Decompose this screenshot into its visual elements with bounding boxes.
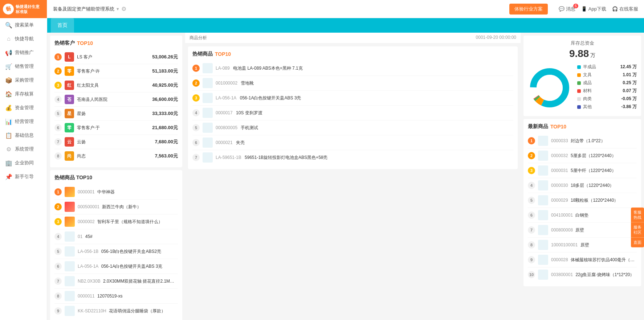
center-prod-6[interactable]: 6 0000021 夹壳 [192, 135, 513, 150]
new-prod-2[interactable]: 2 0000032 5厘多层（1220*2440） [528, 148, 637, 163]
tab-bar: 首页 [47, 18, 644, 33]
left-section: 热销客户 TOP10 1 L LS 客户 53,006.26元 2 零 零售客户… [47, 33, 185, 320]
customer-item-6[interactable]: 6 零 零售客户·于 21,680.00元 [54, 121, 178, 135]
customer-amount-2: 51,183.00元 [152, 68, 178, 74]
sidebar-item-cooperation[interactable]: 🏢 企业协同 [0, 156, 47, 170]
hot-prod-b-6[interactable]: 6 LA-056-1A 056-1A白色按键开关盖ABS 3克 [54, 259, 178, 274]
rank-7-badge: 7 [54, 138, 62, 145]
sidebar-item-guide[interactable]: 📌 新手引导 [0, 170, 47, 184]
customer-item-8[interactable]: 8 尚 尚态 7,563.00元 [54, 149, 178, 163]
product-thumb-3 [65, 217, 75, 227]
new-prod-5[interactable]: 5 0000029 18颗粒板（1220*2440） [528, 193, 637, 208]
donut-svg [528, 66, 571, 110]
hot-prod-b-1[interactable]: 1 0000001 中华神器 [54, 185, 178, 200]
customer-item-2[interactable]: 2 零 零售客户·许 51,183.00元 [54, 64, 178, 78]
center-prod-2[interactable]: 2 001000002 雪地靴 [192, 76, 513, 91]
customer-item-5[interactable]: 5 星 星扬 33,333.00元 [54, 107, 178, 121]
new-prod-6[interactable]: 6 004100001 白钢垫 [528, 208, 637, 223]
new-prod-3[interactable]: 3 0000031 5厘中纤（1220*2440） [528, 163, 637, 178]
new-product-thumb-5 [538, 195, 548, 205]
inventory-icon: 🏠 [5, 91, 12, 97]
legend-dot-6 [577, 105, 581, 109]
float-buttons: 客服热线 服务社区 直面 [631, 208, 644, 247]
legend-list: 半成品 12.45 万 文具 1.01 万 成品 0.25 万 [577, 64, 637, 112]
center-prod-4[interactable]: 4 0000017 10S 变刹罗渡 [192, 106, 513, 120]
sidebar-item-inventory[interactable]: 🏠 库存核算 [0, 87, 47, 101]
hot-prod-b-8[interactable]: 8 0000011 12070519-xs [54, 289, 178, 304]
new-prod-1[interactable]: 1 0000033 封边带（1.0*22） [528, 134, 637, 148]
legend-dot-1 [577, 65, 581, 69]
customer-item-3[interactable]: 3 红 红太阳文具 40,925.00元 [54, 78, 178, 93]
sidebar-item-purchase[interactable]: 📦 采购管理 [0, 73, 47, 87]
sidebar-item-quick-nav[interactable]: ⌂ 快捷导航 [0, 32, 47, 46]
guide-icon: 📌 [5, 173, 12, 180]
product-thumb-9 [65, 306, 75, 316]
donut-wrapper: 库存资金占比 [528, 66, 571, 110]
gear-icon[interactable]: ⚙ [121, 5, 126, 12]
customer-item-7[interactable]: 7 云 云扬 7,680.00元 [54, 135, 178, 149]
rank-2-badge: 2 [54, 67, 62, 75]
new-product-thumb-7 [538, 225, 548, 235]
headset-icon: 🎧 [612, 6, 618, 12]
sidebar-logo: 畅 畅捷通好生意 标准版 [0, 0, 47, 18]
marketing-icon: 📢 [5, 49, 12, 56]
float-direct-btn[interactable]: 直面 [631, 238, 644, 247]
new-prod-8[interactable]: 8 10000100001 原壁 [528, 238, 637, 253]
donut-container: 库存资金占比 半成品 12.45 万 文具 1.01 万 [528, 64, 637, 112]
customer-service-item[interactable]: 🎧 在线客服 [612, 6, 638, 12]
customer-amount-7: 7,680.00元 [155, 139, 178, 145]
new-prod-4[interactable]: 4 0000030 18多层（1220*2440） [528, 178, 637, 193]
new-product-thumb-10 [538, 270, 548, 280]
hot-prod-b-9[interactable]: 9 KK-SD22110H 花语萌俏温分腿睡袋（厚款） [54, 304, 178, 318]
sidebar-item-sales[interactable]: 🛒 销售管理 [0, 60, 47, 73]
trial-button[interactable]: 体验行业方案 [509, 4, 548, 15]
new-prod-10[interactable]: 10 003800001 22g鱼豆腐·烧烤味（1*12*20） [528, 267, 637, 282]
new-product-thumb-3 [538, 165, 548, 176]
purchase-icon: 📦 [5, 77, 12, 83]
tab-home[interactable]: 首页 [51, 18, 74, 33]
sidebar-item-operations[interactable]: 📊 经营管理 [0, 115, 47, 128]
sidebar-item-finance-label: 资金管理 [15, 104, 34, 111]
cooperation-icon: 🏢 [5, 160, 12, 166]
center-prod-3[interactable]: 3 LA-056-1A 056-1A白色按键开关盖ABS 3壳 [192, 91, 513, 106]
legend-item-3: 成品 0.25 万 [577, 80, 637, 86]
message-count-badge: 6 [573, 4, 578, 8]
inventory-card: 库存总资金 9.88 万 [523, 36, 641, 116]
customer-avatar-2: 零 [65, 66, 74, 76]
sidebar-item-search[interactable]: 🔍 搜索菜单 [0, 18, 47, 32]
hot-prod-b-5[interactable]: 5 LA-056-1B 056-1B白色按键开关盒ABS2壳 [54, 244, 178, 259]
app-download-item[interactable]: 📱 App下载 [581, 6, 606, 12]
hot-prod-b-7[interactable]: 7 NB2.0X30B 2.0X30MM双搓花轴 搓花直径2.1MM/ROHS [54, 274, 178, 289]
new-prod-9[interactable]: 9 0000028 体械菔核味苏打饮品400毫升（1*15） [528, 253, 637, 267]
customer-name-1: LS 客户 [77, 54, 149, 60]
new-product-thumb-1 [538, 136, 548, 146]
customer-item-1[interactable]: 1 L LS 客户 53,006.26元 [54, 50, 178, 64]
sidebar-item-finance[interactable]: 💰 资金管理 [0, 101, 47, 115]
customer-amount-1: 53,006.26元 [152, 54, 178, 60]
rank-8-badge: 8 [54, 152, 62, 160]
system-icon: ⚙ [5, 146, 12, 152]
svg-point-4 [537, 75, 563, 101]
sidebar-item-sales-label: 销售管理 [15, 63, 34, 70]
center-prod-7[interactable]: 7 LA-59651-1B 59651-1B旋转投影灯电池盒ABS黑色+58壳 [192, 150, 513, 165]
center-prod-5[interactable]: 5 000800005 手机测试 [192, 120, 513, 135]
hot-prod-b-4[interactable]: 4 01 45# [54, 229, 178, 244]
new-prod-7[interactable]: 7 000800008 原壁 [528, 223, 637, 238]
center-product-thumb-1 [203, 63, 213, 73]
product-thumb-1 [65, 187, 75, 197]
float-customer-service-btn[interactable]: 客服热线 [631, 208, 644, 223]
customer-item-4[interactable]: 4 苍 苍南县人民医院 36,600.00元 [54, 93, 178, 107]
message-badge-item[interactable]: 💬 消息 6 [559, 6, 575, 12]
float-service-community-btn[interactable]: 服务社区 [631, 222, 644, 238]
sidebar-item-system[interactable]: ⚙ 系统管理 [0, 142, 47, 156]
sidebar-item-marketing[interactable]: 📢 营销推广 [0, 46, 47, 60]
hot-prod-b-3[interactable]: 3 0000002 智利车子里（规格不知道填什么） [54, 214, 178, 229]
sidebar-item-basic[interactable]: 📋 基础信息 [0, 128, 47, 142]
center-section: 商品分析 0001-09-20 00:00:00 热销商品 TOP10 1 LA… [185, 33, 521, 320]
hot-prod-b-2[interactable]: 2 000500001 新西兰牛肉（新牛） [54, 200, 178, 214]
product-thumb-2 [65, 202, 75, 212]
header-right: 💬 消息 6 📱 App下载 🎧 在线客服 [559, 6, 638, 12]
rank-1-badge: 1 [54, 53, 62, 61]
legend-dot-4 [577, 89, 581, 93]
center-prod-1[interactable]: 1 LA-089 电池盖 LA-089 ABS本色+黑种 7.1克 [192, 61, 513, 76]
